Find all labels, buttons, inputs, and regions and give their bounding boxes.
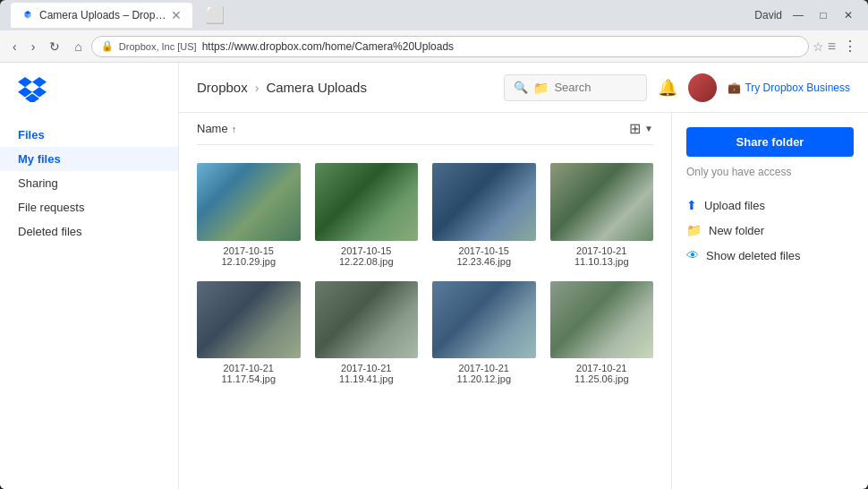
user-label: David [754, 9, 782, 21]
sidebar-item-my-files[interactable]: My files [0, 147, 178, 171]
search-bar[interactable]: 🔍 📁 [504, 74, 647, 101]
briefcase-icon: 💼 [728, 82, 741, 94]
address-bar[interactable]: 🔒 Dropbox, Inc [US] https://www.dropbox.… [91, 36, 809, 57]
close-button[interactable]: ✕ [839, 6, 857, 24]
tab-close-button[interactable]: ✕ [171, 8, 182, 22]
home-button[interactable]: ⌂ [69, 36, 87, 57]
notifications-button[interactable]: 🔔 [658, 78, 677, 98]
new-tab-button[interactable]: ⬜ [200, 5, 230, 25]
photo-thumbnail [550, 281, 654, 359]
sort-name-button[interactable]: Name ↑ [197, 122, 236, 135]
photo-item[interactable]: 2017-10-21 11.20.12.jpg [432, 281, 536, 385]
breadcrumb-root[interactable]: Dropbox [197, 80, 248, 95]
photo-name: 2017-10-21 11.17.54.jpg [197, 363, 301, 384]
grid-view-icon[interactable]: ⊞ [629, 120, 641, 137]
forward-button[interactable]: › [26, 36, 41, 57]
access-label: Only you have access [686, 166, 854, 178]
sidebar-item-file-requests[interactable]: File requests [0, 195, 178, 219]
photo-name: 2017-10-15 12.23.46.jpg [432, 245, 536, 267]
url-text: https://www.dropbox.com/home/Camera%20Up… [202, 40, 799, 53]
photo-item[interactable]: 2017-10-21 11.17.54.jpg [197, 281, 301, 385]
photo-thumbnail [550, 163, 654, 241]
search-icon: 🔍 [514, 81, 528, 94]
photo-item[interactable]: 2017-10-15 12.22.08.jpg [315, 163, 419, 267]
folder-search-icon: 📁 [533, 81, 549, 95]
bookmark-button[interactable]: ☆ [813, 39, 824, 54]
photo-thumbnail [315, 163, 419, 241]
upload-files-action[interactable]: ⬆ Upload files [686, 193, 854, 218]
file-list-header: Name ↑ ⊞ ▼ [197, 113, 653, 145]
view-toggle[interactable]: ⊞ ▼ [629, 120, 653, 137]
favicon-icon [21, 9, 34, 21]
upload-icon: ⬆ [686, 198, 697, 212]
try-dropbox-link[interactable]: 💼 Try Dropbox Business [728, 82, 850, 94]
breadcrumb-separator: › [255, 81, 260, 95]
photo-name: 2017-10-15 12.22.08.jpg [315, 245, 419, 267]
new-folder-action[interactable]: 📁 New folder [686, 218, 854, 243]
search-input[interactable] [554, 81, 637, 94]
browser-tab[interactable]: Camera Uploads – Drop… ✕ [11, 3, 192, 28]
breadcrumb: Dropbox › Camera Uploads [197, 80, 493, 95]
maximize-button[interactable]: □ [814, 6, 832, 24]
back-button[interactable]: ‹ [7, 36, 22, 57]
show-deleted-files-action[interactable]: 👁 Show deleted files [686, 243, 854, 268]
sidebar-files-section[interactable]: Files [0, 123, 178, 147]
photo-thumbnail [197, 163, 301, 241]
photo-thumbnail [197, 281, 301, 359]
site-label: Dropbox, Inc [US] [119, 41, 197, 52]
photo-item[interactable]: 2017-10-21 11.25.06.jpg [550, 281, 654, 385]
photo-item[interactable]: 2017-10-15 12.10.29.jpg [197, 163, 301, 267]
photo-thumbnail [432, 163, 536, 241]
photo-thumbnail [315, 281, 419, 359]
eye-icon: 👁 [686, 248, 699, 262]
breadcrumb-current: Camera Uploads [266, 80, 367, 95]
photo-item[interactable]: 2017-10-21 11.10.13.jpg [550, 163, 654, 267]
browser-menu-button[interactable]: ⋮ [839, 38, 861, 55]
photo-name: 2017-10-21 11.10.13.jpg [550, 245, 654, 267]
sidebar-item-deleted-files[interactable]: Deleted files [0, 219, 178, 244]
reload-button[interactable]: ↻ [44, 36, 65, 57]
photo-item[interactable]: 2017-10-15 12.23.46.jpg [432, 163, 536, 267]
sidebar: Files My files Sharing File requests Del… [0, 63, 179, 489]
tab-title: Camera Uploads – Drop… [39, 9, 166, 21]
photo-name: 2017-10-21 11.19.41.jpg [315, 363, 419, 384]
extensions-button[interactable]: ≡ [828, 39, 836, 55]
right-panel: Share folder Only you have access ⬆ Uplo… [671, 113, 868, 489]
new-folder-icon: 📁 [686, 223, 702, 237]
photo-name: 2017-10-21 11.25.06.jpg [550, 363, 654, 384]
photo-grid: 2017-10-15 12.10.29.jpg 2017-10-15 12.22… [197, 152, 653, 395]
minimize-button[interactable]: — [789, 6, 807, 24]
chevron-down-icon[interactable]: ▼ [644, 124, 653, 133]
photo-name: 2017-10-15 12.10.29.jpg [197, 245, 301, 267]
photo-name: 2017-10-21 11.20.12.jpg [432, 363, 536, 384]
file-section: Name ↑ ⊞ ▼ 2017-10-15 12.10.29.jpg 2017-… [179, 113, 671, 489]
sidebar-item-sharing[interactable]: Sharing [0, 171, 178, 195]
share-folder-button[interactable]: Share folder [686, 127, 854, 157]
top-bar: Dropbox › Camera Uploads 🔍 📁 🔔 💼 Try Dro… [179, 63, 868, 113]
lock-icon: 🔒 [101, 40, 114, 52]
photo-thumbnail [432, 281, 536, 359]
photo-item[interactable]: 2017-10-21 11.19.41.jpg [315, 281, 419, 385]
avatar[interactable] [688, 73, 717, 102]
dropbox-logo[interactable] [0, 77, 178, 123]
sort-arrow-icon: ↑ [232, 124, 237, 134]
